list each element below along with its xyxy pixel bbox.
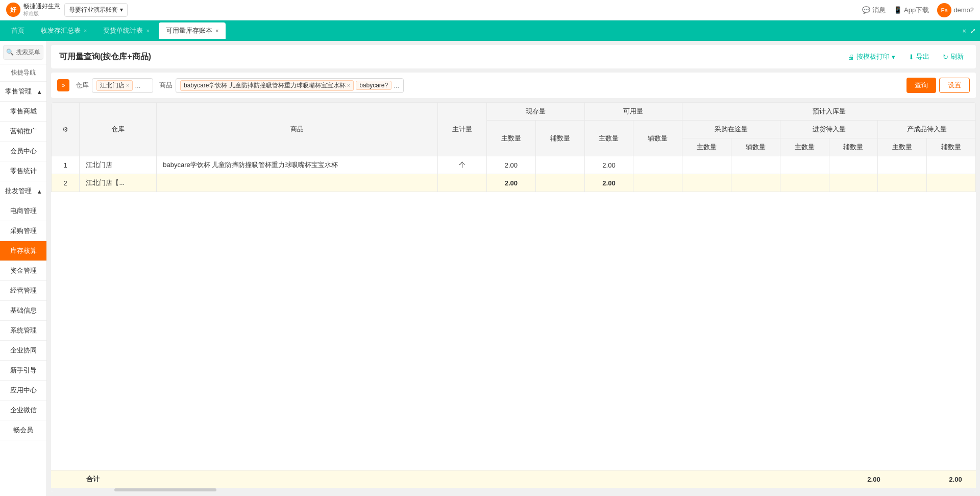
cell-purchase-transit-aux [731,174,780,192]
table-row: 2 江北门店【... 2.00 2.00 [52,174,976,192]
product-tag-1-close[interactable]: × [347,82,350,88]
horizontal-scrollbar[interactable] [51,488,976,492]
cell-production-pending-main [878,156,927,174]
cell-product [157,174,438,192]
user-name: demo2 [953,6,974,14]
col-current-aux-header: 辅数量 [535,121,584,156]
cell-unit: 个 [438,156,487,174]
cell-product: babycare学饮杯 儿童防摔防撞吸管杯重力球吸嘴杯宝宝水杯 [157,156,438,174]
tab-requisition-stats-close[interactable]: × [146,28,149,34]
sidebar: 🔍 搜索菜单 快捷导航 零售管理 ▴ 零售商城 营销推广 会员中心 零售统计 批… [0,41,47,496]
app-download-action[interactable]: 📱 App下载 [894,6,929,15]
query-button[interactable]: 查询 [906,78,936,93]
top-bar-left: 好 畅捷通好生意 标准版 母婴行业演示账套 ▾ [6,3,128,17]
sidebar-item-enterprise-wechat[interactable]: 企业微信 [0,400,46,420]
sidebar-item-label: 零售统计 [10,167,37,176]
sidebar-item-label: 应用中心 [10,386,37,395]
close-all-icon[interactable]: × [962,27,966,35]
cell-production-pending-aux [927,174,976,192]
logo-sub: 标准版 [23,10,60,17]
sidebar-item-finance[interactable]: 资金管理 [0,261,46,281]
cell-index: 2 [52,174,80,192]
sidebar-item-marketing[interactable]: 营销推广 [0,122,46,141]
page-title: 可用量查询(按仓库+商品) [59,52,151,62]
filter-expand-button[interactable]: » [57,79,69,91]
sidebar-item-purchase[interactable]: 采购管理 [0,221,46,241]
cell-warehouse: 江北门店 [80,156,157,174]
cell-inbound-pending-aux [829,174,878,192]
page-header: 可用量查询(按仓库+商品) 🖨 按模板打印 ▾ ⬇ 导出 ↻ 刷新 [51,45,976,68]
col-available-header: 可用量 [584,103,682,121]
warehouse-dots[interactable]: ... [135,82,140,89]
sidebar-item-ecommerce[interactable]: 电商管理 [0,201,46,221]
cell-index: 1 [52,156,80,174]
sidebar-item-operations[interactable]: 经营管理 [0,281,46,301]
sidebar-item-system[interactable]: 系统管理 [0,321,46,341]
logo-text: 畅捷通好生意 [23,3,60,10]
product-tag-1-text: babycare学饮杯 儿童防摔防撞吸管杯重力球吸嘴杯宝宝水杯 [184,81,346,90]
col-available-main-header: 主数量 [584,121,633,156]
col-purchase-transit-main: 主数量 [682,138,731,156]
sidebar-item-label: 企业协同 [10,346,37,355]
tab-requisition-stats[interactable]: 要货单统计表 × [96,22,156,39]
col-inbound-pending-header: 进货待入量 [780,121,878,138]
maximize-icon[interactable]: ⤢ [970,27,976,35]
sidebar-item-label: 经营管理 [10,286,37,295]
product-dots[interactable]: ... [394,82,399,89]
scrollbar-thumb[interactable] [114,488,216,491]
sidebar-item-retail-stats[interactable]: 零售统计 [0,161,46,181]
refresh-button[interactable]: ↻ 刷新 [939,50,968,63]
sidebar-item-member[interactable]: 畅会员 [0,420,46,440]
message-action[interactable]: 💬 消息 [862,6,886,15]
col-current-main-header: 主数量 [487,121,536,156]
cell-available-main: 2.00 [584,156,633,174]
sidebar-item-enterprise[interactable]: 企业协同 [0,341,46,361]
warehouse-value-area[interactable]: 江北门店 × ... [92,78,153,93]
table-row: 1 江北门店 babycare学饮杯 儿童防摔防撞吸管杯重力球吸嘴杯宝宝水杯 个… [52,156,976,174]
tab-home[interactable]: 首页 [4,22,32,39]
sidebar-item-member-center[interactable]: 会员中心 [0,141,46,161]
quick-nav-button[interactable]: 快捷导航 [0,64,46,82]
search-menu-button[interactable]: 🔍 搜索菜单 [3,45,43,60]
sidebar-item-basic-info[interactable]: 基础信息 [0,301,46,321]
settings-button[interactable]: 设置 [939,78,970,93]
tab-receive-summary-close[interactable]: × [84,28,87,34]
sidebar-item-inventory[interactable]: 库存核算 [0,241,46,261]
top-bar-right: 💬 消息 📱 App下载 Ea demo2 [862,3,974,17]
sidebar-item-label: 采购管理 [10,226,37,235]
sidebar-item-new-guide[interactable]: 新手引导 [0,361,46,381]
sidebar-item-retail-management[interactable]: 零售管理 ▴ [0,82,46,102]
col-purchase-transit-aux: 辅数量 [731,138,780,156]
product-value-area[interactable]: babycare学饮杯 儿童防摔防撞吸管杯重力球吸嘴杯宝宝水杯 × babyca… [176,78,404,93]
sidebar-item-wholesale-management[interactable]: 批发管理 ▴ [0,181,46,201]
cell-inbound-pending-main [780,174,829,192]
cell-inbound-pending-aux [829,156,878,174]
industry-selector[interactable]: 母婴行业演示账套 ▾ [64,3,128,17]
sidebar-item-label: 系统管理 [10,326,37,335]
tab-available-inventory[interactable]: 可用量库存账本 × [159,22,226,39]
main-layout: 🔍 搜索菜单 快捷导航 零售管理 ▴ 零售商城 营销推广 会员中心 零售统计 批… [0,41,980,496]
col-unit-header: 主计量 [438,103,487,156]
export-button[interactable]: ⬇ 导出 [904,50,934,63]
table-container: ⚙ 仓库 商品 主计量 现存量 可用量 预计入库量 主数量 辅数量 主数量 辅数… [51,102,976,492]
col-inbound-pending-aux: 辅数量 [829,138,878,156]
tab-available-inventory-close[interactable]: × [215,28,218,34]
product-filter: 商品 babycare学饮杯 儿童防摔防撞吸管杯重力球吸嘴杯宝宝水杯 × bab… [159,78,404,93]
sidebar-item-app-center[interactable]: 应用中心 [0,381,46,400]
print-button[interactable]: 🖨 按模板打印 ▾ [844,50,899,63]
search-icon: 🔍 [6,49,14,56]
user-area[interactable]: Ea demo2 [937,3,974,17]
tab-receive-summary[interactable]: 收发存汇总表 × [34,22,94,39]
filter-actions: 查询 设置 [906,78,970,93]
cell-inbound-pending-main [780,156,829,174]
warehouse-tag-close[interactable]: × [126,82,129,88]
cell-purchase-transit-main [682,174,731,192]
expand-icon: » [62,82,65,89]
col-settings[interactable]: ⚙ [52,103,80,156]
sidebar-item-retail-mall[interactable]: 零售商城 [0,102,46,122]
print-label: 按模板打印 [856,52,890,61]
cell-production-pending-main [878,174,927,192]
top-bar: 好 畅捷通好生意 标准版 母婴行业演示账套 ▾ 💬 消息 📱 App下载 Ea … [0,0,980,20]
col-warehouse-header: 仓库 [80,103,157,156]
quick-nav-label: 快捷导航 [11,69,36,76]
